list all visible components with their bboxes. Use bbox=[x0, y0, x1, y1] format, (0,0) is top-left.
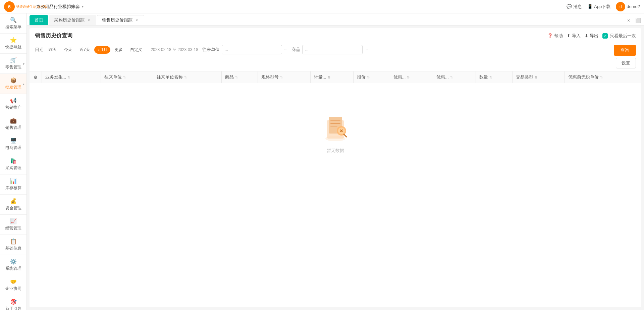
sort-icon: ⇅ bbox=[280, 75, 283, 79]
sidebar-item-purchase[interactable]: 🛍️ 采购管理 bbox=[0, 154, 26, 174]
sidebar-item-basic-info[interactable]: 📋 基础信息 bbox=[0, 235, 26, 255]
page-header: 销售历史价查询 ❓ 帮助 ⬆ 导入 ⬇ 导出 ✓ bbox=[30, 28, 641, 42]
message-icon: 💬 bbox=[567, 4, 572, 9]
sidebar-item-operations[interactable]: 📈 经营管理 bbox=[0, 215, 26, 235]
tab-home[interactable]: 首页 bbox=[30, 15, 48, 25]
sidebar-item-label: 企业协同 bbox=[5, 286, 21, 292]
tab-purchase-history[interactable]: 采购历史价跟踪 × bbox=[49, 15, 96, 25]
import-button[interactable]: ⬆ 导入 bbox=[567, 33, 581, 39]
sidebar-item-finance[interactable]: 💰 资金管理 bbox=[0, 195, 26, 215]
partner-filter-label: 往来单位 bbox=[202, 47, 220, 53]
tab-purchase-history-close[interactable]: × bbox=[87, 18, 91, 22]
export-button[interactable]: ⬇ 导出 bbox=[585, 33, 598, 39]
cart-icon: 🛒 bbox=[10, 57, 17, 63]
th-biz-date[interactable]: 业务发生... ⇅ bbox=[42, 71, 101, 83]
sidebar-item-label: 新手引导 bbox=[5, 306, 21, 310]
th-discount1[interactable]: 优惠... ⇅ bbox=[390, 71, 433, 83]
sort-icon: ⇅ bbox=[600, 75, 603, 79]
th-discount2[interactable]: 优惠... ⇅ bbox=[433, 71, 476, 83]
sort-icon: ⇅ bbox=[489, 75, 492, 79]
window-maximize-button[interactable]: ⬜ bbox=[635, 17, 641, 24]
only-last-checkbox[interactable]: ✓ 只看最后一次 bbox=[602, 33, 636, 39]
chevron-up-icon: ▴ bbox=[23, 82, 24, 86]
search-icon: 🔍 bbox=[10, 17, 17, 23]
date-today-btn[interactable]: 今天 bbox=[61, 46, 75, 54]
sidebar-item-label: 系统管理 bbox=[5, 266, 21, 271]
date-7days-btn[interactable]: 近7天 bbox=[76, 46, 93, 54]
date-1month-btn[interactable]: 近1月 bbox=[94, 46, 111, 54]
date-filter-label: 日期 bbox=[35, 47, 44, 53]
filter-left: 日期 昨天 今天 近7天 近1月 更多 自定义 2023-02-18 至 202… bbox=[35, 45, 608, 54]
th-pre-tax-price[interactable]: 优惠前无税单价 ⇅ bbox=[565, 71, 641, 83]
filter-row: 日期 昨天 今天 近7天 近1月 更多 自定义 2023-02-18 至 202… bbox=[30, 42, 641, 71]
logo-icon: 6 bbox=[4, 1, 15, 12]
settings-button[interactable]: 设置 bbox=[616, 58, 636, 68]
app-download-button[interactable]: 📱 App下载 bbox=[587, 4, 610, 10]
th-quoted-price[interactable]: 报价 ⇅ bbox=[354, 71, 390, 83]
sort-icon: ⇅ bbox=[407, 75, 410, 79]
sidebar-item-enterprise[interactable]: 🤝 企业协同 bbox=[0, 275, 26, 295]
sidebar-item-label: 资金管理 bbox=[5, 205, 21, 211]
th-product[interactable]: 商品 ⇅ bbox=[221, 71, 258, 83]
empty-illustration bbox=[319, 110, 352, 144]
th-quantity[interactable]: 数量 ⇅ bbox=[476, 71, 512, 83]
import-icon: ⬆ bbox=[567, 33, 571, 38]
sidebar-item-inventory[interactable]: 📊 库存核算 bbox=[0, 174, 26, 195]
user-menu-button[interactable]: d demo2 bbox=[616, 2, 640, 11]
sidebar-item-retail[interactable]: 🛒 零售管理 ▾ bbox=[0, 54, 26, 74]
workspace-chevron-icon: ▾ bbox=[82, 5, 84, 8]
partner-input[interactable] bbox=[222, 45, 282, 54]
sidebar-item-label: 电商管理 bbox=[5, 145, 21, 151]
filter-right: 查询 设置 bbox=[614, 45, 636, 68]
empty-state: 暂无数据 bbox=[30, 83, 641, 180]
sort-icon: ⇅ bbox=[235, 75, 238, 79]
date-range-text: 2023-02-18 至 2023-03-18 bbox=[151, 47, 198, 53]
partner-filter-group: 往来单位 ··· bbox=[202, 45, 287, 54]
help-icon: ❓ bbox=[547, 33, 553, 38]
sidebar-item-system[interactable]: ⚙️ 系统管理 bbox=[0, 255, 26, 275]
marketing-icon: 📢 bbox=[10, 97, 17, 104]
sidebar-item-label: 零售管理 bbox=[5, 64, 21, 70]
th-trade-type[interactable]: 交易类型 ⇅ bbox=[512, 71, 565, 83]
help-button[interactable]: ❓ 帮助 bbox=[547, 33, 563, 39]
message-button[interactable]: 💬 消息 bbox=[567, 4, 582, 10]
sidebar-item-sales[interactable]: 💼 销售管理 bbox=[0, 114, 26, 134]
sidebar-item-marketing[interactable]: 📢 营销推广 bbox=[0, 94, 26, 114]
info-icon: 📋 bbox=[10, 238, 17, 245]
tab-sales-history[interactable]: 销售历史价跟踪 × bbox=[97, 15, 144, 25]
date-custom-btn[interactable]: 自定义 bbox=[127, 46, 145, 54]
date-yesterday-btn[interactable]: 昨天 bbox=[46, 46, 60, 54]
data-table: ⚙ 业务发生... ⇅ 往来单位 bbox=[30, 71, 641, 83]
tab-purchase-history-label: 采购历史价跟踪 bbox=[54, 17, 85, 23]
sidebar-item-wholesale[interactable]: 📦 批发管理 ▴ bbox=[0, 74, 26, 94]
th-settings[interactable]: ⚙ bbox=[30, 71, 42, 83]
page-content: 销售历史价查询 ❓ 帮助 ⬆ 导入 ⬇ 导出 ✓ bbox=[30, 28, 641, 307]
sidebar-item-label: 快捷导航 bbox=[5, 44, 21, 50]
th-spec[interactable]: 规格型号 ⇅ bbox=[258, 71, 310, 83]
sidebar-item-quick-nav[interactable]: ⭐ 快捷导航 bbox=[0, 34, 26, 54]
sidebar-item-search-menu[interactable]: 🔍 搜索菜单 bbox=[0, 13, 26, 34]
tab-sales-history-close[interactable]: × bbox=[135, 18, 139, 22]
window-close-button[interactable]: × bbox=[625, 17, 632, 24]
date-more-btn[interactable]: 更多 bbox=[112, 46, 126, 54]
sort-icon: ⇅ bbox=[328, 75, 330, 79]
sort-icon: ⇅ bbox=[184, 75, 187, 79]
sidebar-item-label: 采购管理 bbox=[5, 165, 21, 171]
th-unit[interactable]: 计量... ⇅ bbox=[310, 71, 353, 83]
query-button[interactable]: 查询 bbox=[614, 45, 636, 56]
th-partner-name[interactable]: 往来单位名称 ⇅ bbox=[153, 71, 221, 83]
sidebar-item-guide[interactable]: 🎯 新手引导 bbox=[0, 295, 26, 310]
user-avatar: d bbox=[616, 2, 625, 11]
workspace-selector[interactable]: 办公用品行业模拟账套 ▾ bbox=[34, 2, 86, 11]
sidebar-item-label: 库存核算 bbox=[5, 185, 21, 191]
tab-actions: × ⬜ bbox=[625, 17, 641, 25]
checkbox-checked-icon: ✓ bbox=[602, 33, 608, 39]
content-area: 首页 采购历史价跟踪 × 销售历史价跟踪 × × ⬜ 销售历史价查询 bbox=[27, 13, 644, 310]
sidebar-item-ecommerce[interactable]: 🖥️ 电商管理 bbox=[0, 134, 26, 154]
sidebar-item-label: 经营管理 bbox=[5, 225, 21, 231]
sort-icon: ⇅ bbox=[367, 75, 370, 79]
star-icon: ⭐ bbox=[10, 37, 17, 43]
product-input[interactable] bbox=[302, 45, 363, 54]
header-right: 💬 消息 📱 App下载 d demo2 bbox=[567, 2, 640, 11]
th-partner-code[interactable]: 往来单位 ⇅ bbox=[101, 71, 153, 83]
